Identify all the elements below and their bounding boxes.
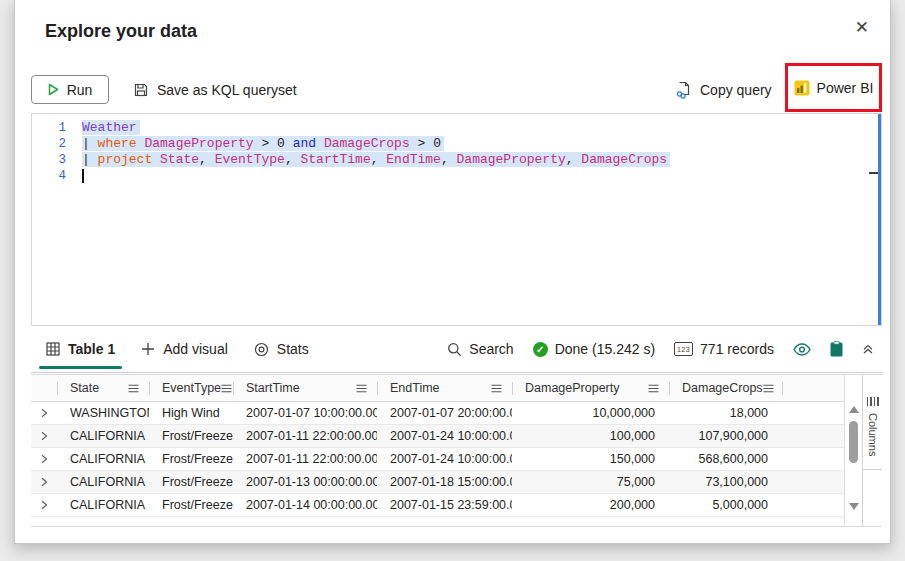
copy-query-label: Copy query xyxy=(700,82,772,98)
table-row[interactable]: CALIFORNIAFrost/Freeze2007-01-13 00:00:0… xyxy=(31,471,844,494)
line-number: 2 xyxy=(32,136,66,152)
cell-endtime: 2007-01-24 10:00:00.0000 xyxy=(377,429,512,443)
editor-overview-ruler xyxy=(878,114,881,325)
table-icon xyxy=(46,342,60,356)
column-header-label: DamageProperty xyxy=(525,381,620,395)
explore-data-dialog: Explore your data ✕ Run Save as KQL quer… xyxy=(14,0,891,544)
grid-vertical-scrollbar[interactable] xyxy=(844,375,862,526)
row-expand-icon[interactable] xyxy=(31,431,57,441)
filler-header-cell xyxy=(782,375,844,401)
preview-eye-icon[interactable] xyxy=(793,343,811,356)
column-menu-icon[interactable] xyxy=(221,384,232,393)
copy-query-button[interactable]: Copy query xyxy=(675,75,772,104)
row-expand-icon[interactable] xyxy=(31,477,57,487)
powerbi-button[interactable]: Power BI xyxy=(794,80,874,96)
search-button[interactable]: Search xyxy=(447,341,513,357)
cell-eventtype: Frost/Freeze xyxy=(149,452,233,466)
code-token: | xyxy=(82,136,98,151)
kql-query-editor[interactable]: 1234 Weather| where DamageProperty > 0 a… xyxy=(31,113,882,326)
editor-cursor-mark xyxy=(869,172,878,174)
columns-side-panel[interactable]: Columns xyxy=(862,375,882,526)
column-menu-icon[interactable] xyxy=(648,384,659,393)
scrollbar-up-arrow-icon[interactable] xyxy=(849,406,859,413)
code-token: EventType xyxy=(215,152,285,167)
scrollbar-down-arrow-icon[interactable] xyxy=(849,503,859,510)
tab-add-visual[interactable]: Add visual xyxy=(128,326,241,372)
tab-table-1[interactable]: Table 1 xyxy=(33,326,128,372)
code-token xyxy=(152,152,160,167)
column-header-label: State xyxy=(70,381,99,395)
tab-label: Table 1 xyxy=(68,341,115,357)
powerbi-icon xyxy=(794,80,810,96)
run-label: Run xyxy=(67,82,93,98)
tab-stats[interactable]: Stats xyxy=(241,326,322,372)
column-menu-icon[interactable] xyxy=(491,384,502,393)
column-header-damageproperty[interactable]: DamageProperty xyxy=(512,375,669,401)
page-background: Explore your data ✕ Run Save as KQL quer… xyxy=(0,0,905,561)
line-number: 1 xyxy=(32,120,66,136)
run-button[interactable]: Run xyxy=(31,75,109,104)
cell-eventtype: Frost/Freeze xyxy=(149,498,233,512)
columns-panel-handle[interactable]: Columns xyxy=(863,375,882,470)
column-header-label: DamageCrops xyxy=(682,381,763,395)
cell-starttime: 2007-01-07 10:00:00.0000 xyxy=(233,406,377,420)
plus-icon xyxy=(141,342,155,356)
code-token: and xyxy=(293,136,316,151)
scrollbar-thumb[interactable] xyxy=(849,421,858,463)
powerbi-label: Power BI xyxy=(817,80,874,96)
cell-damagecrops: 5,000,000 xyxy=(669,498,782,512)
editor-line-numbers: 1234 xyxy=(32,120,66,184)
line-number: 3 xyxy=(32,152,66,168)
collapse-panel-icon[interactable] xyxy=(862,343,874,355)
cell-state: CALIFORNIA xyxy=(57,452,149,466)
save-kql-queryset-button[interactable]: Save as KQL queryset xyxy=(133,75,297,104)
column-menu-icon[interactable] xyxy=(128,384,139,393)
table-row[interactable]: CALIFORNIAFrost/Freeze2007-01-11 22:00:0… xyxy=(31,448,844,471)
text-cursor xyxy=(82,169,84,183)
cell-damageproperty: 100,000 xyxy=(512,429,669,443)
row-expand-icon[interactable] xyxy=(31,408,57,418)
records-text: 771 records xyxy=(700,341,774,357)
cell-endtime: 2007-01-07 20:00:00.0000 xyxy=(377,406,512,420)
code-line: | where DamageProperty > 0 and DamageCro… xyxy=(82,136,867,152)
run-play-icon xyxy=(48,83,59,96)
cell-endtime: 2007-01-24 10:00:00.0000 xyxy=(377,452,512,466)
column-menu-icon[interactable] xyxy=(356,384,367,393)
column-header-label: EndTime xyxy=(390,381,440,395)
cell-state: WASHINGTON xyxy=(57,406,149,420)
close-icon[interactable]: ✕ xyxy=(855,19,869,36)
column-header-eventtype[interactable]: EventType xyxy=(149,375,233,401)
code-line xyxy=(82,168,867,184)
code-token: , xyxy=(371,152,387,167)
code-token: State xyxy=(160,152,199,167)
row-expand-icon[interactable] xyxy=(31,454,57,464)
code-token: Weather xyxy=(82,120,137,135)
query-status: ✓ Done (15.242 s) xyxy=(533,341,655,357)
column-header-starttime[interactable]: StartTime xyxy=(233,375,377,401)
grip-icon xyxy=(867,397,879,406)
grid-header-row: StateEventTypeStartTimeEndTimeDamageProp… xyxy=(31,375,844,402)
cell-starttime: 2007-01-11 22:00:00.0000 xyxy=(233,429,377,443)
cell-endtime: 2007-01-18 15:00:00.0000 xyxy=(377,475,512,489)
table-row[interactable]: CALIFORNIAFrost/Freeze2007-01-14 00:00:0… xyxy=(31,494,844,517)
cell-damagecrops: 107,900,000 xyxy=(669,429,782,443)
copy-results-clipboard-icon[interactable] xyxy=(830,341,843,357)
row-expand-icon[interactable] xyxy=(31,500,57,510)
cell-starttime: 2007-01-14 00:00:00.0000 xyxy=(233,498,377,512)
column-header-endtime[interactable]: EndTime xyxy=(377,375,512,401)
code-token: , xyxy=(285,152,301,167)
search-label: Search xyxy=(469,341,513,357)
powerbi-highlight-box: Power BI xyxy=(785,63,882,112)
results-toolbar: Table 1Add visualStats Search ✓ Done (15… xyxy=(31,326,882,373)
cell-damagecrops: 73,100,000 xyxy=(669,475,782,489)
column-header-state[interactable]: State xyxy=(57,375,149,401)
expander-header-cell xyxy=(31,375,57,401)
tab-label: Stats xyxy=(277,341,309,357)
column-header-damagecrops[interactable]: DamageCrops xyxy=(669,375,782,401)
column-menu-icon[interactable] xyxy=(763,384,774,393)
table-row[interactable]: CALIFORNIAFrost/Freeze2007-01-11 22:00:0… xyxy=(31,425,844,448)
table-row[interactable]: WASHINGTONHigh Wind2007-01-07 10:00:00.0… xyxy=(31,402,844,425)
status-cluster: Search ✓ Done (15.242 s) 123 771 records xyxy=(447,326,874,372)
tab-label: Add visual xyxy=(163,341,228,357)
code-token xyxy=(316,136,324,151)
